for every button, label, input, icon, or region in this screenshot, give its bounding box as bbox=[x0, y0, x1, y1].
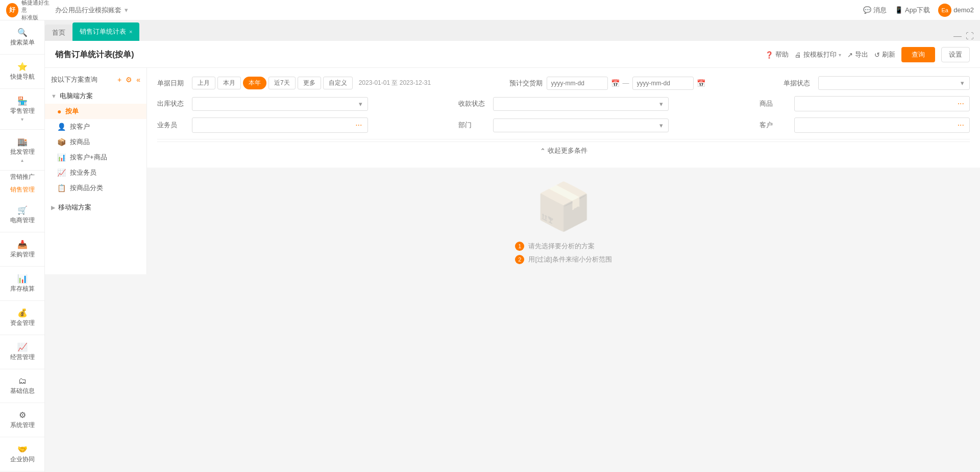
export-button[interactable]: ↗ 导出 bbox=[847, 50, 868, 59]
title-chevron-icon[interactable]: ▾ bbox=[125, 6, 128, 14]
left-item-by-customer[interactable]: 👤 按客户 bbox=[45, 119, 146, 134]
left-add-icon[interactable]: + bbox=[117, 76, 121, 84]
refresh-icon: ↺ bbox=[874, 51, 880, 59]
retail-icon: 🏪 bbox=[17, 96, 28, 106]
calendar-start-icon[interactable]: 📅 bbox=[611, 79, 620, 87]
date-btn-last-7-days[interactable]: 近7天 bbox=[268, 77, 296, 89]
calendar-end-icon[interactable]: 📅 bbox=[697, 79, 705, 87]
sidebar-item-system[interactable]: ⚙ 系统管理 bbox=[0, 406, 44, 434]
window-maximize-icon[interactable]: ⛶ bbox=[966, 32, 974, 41]
username-label: demo2 bbox=[953, 6, 974, 14]
message-action[interactable]: 💬 消息 bbox=[863, 6, 887, 15]
left-section-pc: ▼ 电脑端方案 ● 按单 👤 按客户 bbox=[45, 86, 146, 198]
doc-status-select[interactable]: ▾ bbox=[818, 76, 970, 90]
content-area: 首页 销售订单统计表 × — ⛶ 销售订单统计表(按单) ❓ 帮助 bbox=[45, 20, 980, 472]
mobile-section-label: 移动端方案 bbox=[58, 203, 91, 212]
tip-2-text: 用[过滤]条件来缩小分析范围 bbox=[528, 255, 611, 264]
left-item-by-category[interactable]: 📋 按商品分类 bbox=[45, 180, 146, 196]
sidebar-section-operations: 📈 经营管理 bbox=[0, 335, 44, 369]
empty-tip-2: 2 用[过滤]条件来缩小分析范围 bbox=[515, 255, 611, 264]
goods-dots-icon[interactable]: ··· bbox=[958, 99, 964, 108]
sidebar-item-basic[interactable]: 🗂 基础信息 bbox=[0, 372, 44, 399]
sidebar-item-quicknav[interactable]: ⭐ 快捷导航 bbox=[0, 58, 44, 85]
mobile-section-chevron-icon: ▶ bbox=[51, 204, 55, 211]
left-item-by-salesman[interactable]: 📈 按业务员 bbox=[45, 165, 146, 180]
left-item-by-goods[interactable]: 📦 按商品 bbox=[45, 134, 146, 150]
sidebar-item-enterprise[interactable]: 🤝 企业协同 bbox=[0, 440, 44, 468]
sidebar-item-inventory[interactable]: 📊 库存核算 bbox=[0, 270, 44, 297]
inventory-icon: 📊 bbox=[17, 274, 28, 284]
date-btn-more[interactable]: 更多 bbox=[298, 77, 321, 89]
salesman-dots-icon[interactable]: ··· bbox=[355, 121, 362, 130]
wholesale-chevron-icon: ▴ bbox=[21, 157, 23, 163]
date-btn-this-month[interactable]: 本月 bbox=[217, 77, 241, 89]
sidebar-item-retail[interactable]: 🏪 零售管理 ▾ bbox=[0, 92, 44, 126]
doc-status-chevron-icon: ▾ bbox=[961, 79, 964, 87]
goods-select[interactable]: ··· bbox=[794, 96, 970, 111]
salesman-select[interactable]: ··· bbox=[192, 117, 368, 133]
sidebar-section-retail: 🏪 零售管理 ▾ bbox=[0, 89, 44, 130]
left-item-by-order[interactable]: ● 按单 bbox=[45, 104, 146, 119]
date-btn-last-month[interactable]: 上月 bbox=[192, 77, 215, 89]
expected-date-end-input[interactable] bbox=[632, 77, 694, 90]
expected-date-start-input[interactable] bbox=[547, 77, 608, 90]
sidebar: 🔍 搜索菜单 ⭐ 快捷导航 🏪 零售管理 ▾ 🏬 批发管理 ▴ bbox=[0, 20, 45, 472]
tab-home[interactable]: 首页 bbox=[45, 25, 72, 41]
sidebar-item-sales-mgmt[interactable]: 销售管理 bbox=[6, 183, 44, 196]
tab-sales-stat[interactable]: 销售订单统计表 × bbox=[72, 22, 139, 41]
left-section-pc-title[interactable]: ▼ 电脑端方案 bbox=[45, 88, 146, 104]
sidebar-item-finance-label: 资金管理 bbox=[10, 319, 35, 327]
collapse-label: 收起更多条件 bbox=[548, 146, 587, 155]
sales-mgmt-label: 销售管理 bbox=[10, 185, 35, 194]
sidebar-item-finance[interactable]: 💰 资金管理 bbox=[0, 304, 44, 332]
sidebar-section-inventory: 📊 库存核算 bbox=[0, 267, 44, 301]
sidebar-item-purchase[interactable]: 📥 采购管理 bbox=[0, 235, 44, 263]
out-status-select[interactable]: ▾ bbox=[192, 97, 368, 111]
refresh-button[interactable]: ↺ 刷新 bbox=[874, 50, 895, 59]
date-btn-this-year[interactable]: 本年 bbox=[243, 77, 266, 89]
left-panel-title: 按以下方案查询 bbox=[51, 75, 97, 84]
pc-section-chevron-icon: ▼ bbox=[51, 93, 57, 99]
basic-icon: 🗂 bbox=[18, 376, 27, 386]
sidebar-item-ecommerce[interactable]: 🛒 电商管理 bbox=[0, 201, 44, 229]
payment-status-select[interactable]: ▾ bbox=[493, 97, 669, 111]
sidebar-item-marketing[interactable]: 营销推广 bbox=[6, 171, 44, 183]
settings-button[interactable]: 设置 bbox=[941, 47, 970, 62]
logo-line2: 标准版 bbox=[21, 14, 51, 21]
tip-1-text: 请先选择要分析的方案 bbox=[528, 242, 595, 251]
left-collapse-icon[interactable]: « bbox=[136, 76, 140, 84]
sidebar-item-operations[interactable]: 📈 经营管理 bbox=[0, 338, 44, 366]
wholesale-icon: 🏬 bbox=[17, 137, 28, 147]
query-button[interactable]: 查询 bbox=[901, 47, 935, 62]
sidebar-item-wholesale[interactable]: 🏬 批发管理 ▴ bbox=[0, 133, 44, 167]
tab-bar: 首页 销售订单统计表 × — ⛶ bbox=[45, 20, 980, 41]
top-bar-actions: 💬 消息 📱 App下载 Ea demo2 bbox=[863, 4, 974, 17]
dept-select[interactable]: ▾ bbox=[493, 119, 669, 132]
print-button[interactable]: 🖨 按模板打印 ▾ bbox=[795, 50, 841, 59]
sidebar-item-wholesale-label: 批发管理 bbox=[10, 148, 35, 156]
avatar: Ea bbox=[938, 4, 951, 17]
date-btn-custom[interactable]: 自定义 bbox=[323, 77, 353, 89]
left-section-mobile-title[interactable]: ▶ 移动端方案 bbox=[45, 200, 146, 215]
logo-icon: 好 bbox=[6, 3, 18, 17]
sidebar-item-search[interactable]: 🔍 搜索菜单 bbox=[0, 23, 44, 51]
window-minimize-icon[interactable]: — bbox=[953, 32, 962, 41]
help-button[interactable]: ❓ 帮助 bbox=[765, 50, 789, 59]
finance-icon: 💰 bbox=[17, 308, 28, 318]
user-action[interactable]: Ea demo2 bbox=[938, 4, 974, 17]
by-salesman-label: 按业务员 bbox=[70, 168, 96, 177]
sidebar-section-finance: 💰 资金管理 bbox=[0, 301, 44, 335]
sidebar-item-basic-label: 基础信息 bbox=[10, 387, 35, 395]
collapse-button[interactable]: ⌃ 收起更多条件 bbox=[157, 141, 970, 159]
customer-select[interactable]: ··· bbox=[794, 117, 970, 133]
empty-tip-1: 1 请先选择要分析的方案 bbox=[515, 242, 611, 251]
app-download-action[interactable]: 📱 App下载 bbox=[895, 6, 930, 15]
tab-close-icon[interactable]: × bbox=[129, 29, 132, 35]
customer-dots-icon[interactable]: ··· bbox=[958, 121, 964, 130]
sidebar-item-retail-label: 零售管理 bbox=[10, 107, 35, 115]
filter-row-1: 单据日期 上月 本月 本年 近7天 更多 自定义 2023-01-01 至 20… bbox=[157, 76, 970, 90]
sidebar-item-purchase-label: 采购管理 bbox=[10, 250, 35, 259]
by-customer-goods-label: 按客户+商品 bbox=[70, 153, 107, 162]
left-item-by-customer-goods[interactable]: 📊 按客户+商品 bbox=[45, 150, 146, 165]
left-settings-icon[interactable]: ⚙ bbox=[126, 76, 132, 84]
